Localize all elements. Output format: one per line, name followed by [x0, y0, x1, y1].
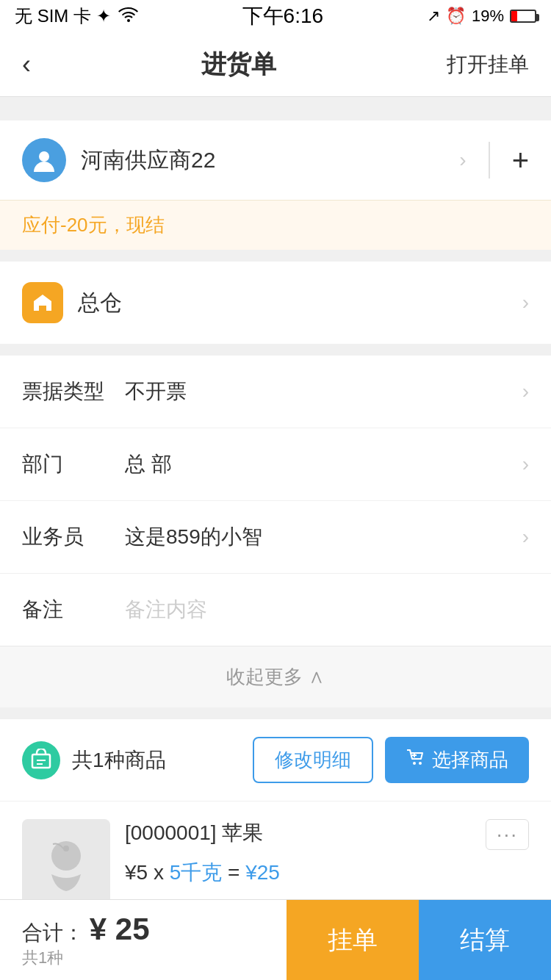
warehouse-row[interactable]: 总仓 ›: [0, 262, 551, 344]
signal-text: 无 SIM 卡 ✦: [15, 4, 111, 28]
supplier-section: 河南供应商22 › + 应付-20元，现结: [0, 120, 551, 250]
form-section: 票据类型 不开票 › 部门 总 部 › 业务员 这是859的小智 › 备注 备注…: [0, 356, 551, 646]
remark-label: 备注: [22, 596, 125, 624]
hang-button[interactable]: 挂单: [287, 900, 419, 980]
divider: [489, 142, 490, 179]
page-title: 进货单: [201, 48, 276, 82]
product-count-icon: [22, 741, 60, 779]
salesperson-value: 这是859的小智: [125, 523, 522, 551]
svg-point-5: [413, 762, 416, 765]
warehouse-section: 总仓 ›: [0, 262, 551, 344]
back-button[interactable]: ‹: [22, 49, 31, 80]
collapse-button[interactable]: 收起更多 ∧: [0, 646, 551, 707]
more-options-button[interactable]: ···: [486, 819, 529, 850]
wifi-icon: [118, 6, 139, 26]
product-actions: 修改明细 选择商品: [253, 737, 529, 783]
bottom-bar: 合计： ¥ 25 共1种 挂单 结算: [0, 899, 551, 980]
form-row-invoice-type[interactable]: 票据类型 不开票 ›: [0, 356, 551, 428]
total-count: 共1种: [22, 947, 264, 969]
edit-detail-button[interactable]: 修改明细: [253, 737, 373, 783]
status-left: 无 SIM 卡 ✦: [15, 4, 139, 28]
nav-bar: ‹ 进货单 打开挂单: [0, 32, 551, 97]
warehouse-name: 总仓: [78, 288, 522, 318]
status-bar: 无 SIM 卡 ✦ 下午6:16 ↗ ⏰ 19%: [0, 0, 551, 32]
status-right: ↗ ⏰ 19%: [427, 7, 536, 26]
product-info: [0000001] 苹果 ¥5 x 5千克 = ¥25: [125, 819, 486, 887]
salesperson-label: 业务员: [22, 523, 125, 551]
svg-point-10: [63, 846, 69, 851]
product-name: [0000001] 苹果: [125, 819, 486, 847]
invoice-type-label: 票据类型: [22, 378, 125, 406]
alarm-icon: ⏰: [446, 7, 466, 26]
warehouse-chevron-icon: ›: [522, 291, 529, 314]
form-row-department[interactable]: 部门 总 部 ›: [0, 428, 551, 501]
product-thumbnail: [22, 819, 110, 907]
department-chevron-icon: ›: [522, 453, 529, 476]
product-count-text: 共1种商品: [72, 746, 253, 774]
add-supplier-button[interactable]: +: [512, 144, 529, 177]
invoice-type-chevron-icon: ›: [522, 380, 529, 403]
product-section: 共1种商品 修改明细 选择商品 [0000001] 苹果 ¥: [0, 719, 551, 925]
svg-rect-1: [39, 306, 46, 311]
svg-point-0: [39, 151, 49, 162]
battery-icon: [510, 10, 536, 23]
warehouse-icon: [22, 282, 63, 323]
total-row: 合计： ¥ 25: [22, 912, 264, 947]
status-time: 下午6:16: [242, 2, 324, 30]
department-value: 总 部: [125, 450, 522, 478]
total-section: 合计： ¥ 25 共1种: [0, 900, 287, 980]
remark-input[interactable]: 备注内容: [125, 596, 529, 624]
svg-point-6: [419, 762, 422, 765]
supplier-name: 河南供应商22: [81, 145, 459, 176]
department-label: 部门: [22, 450, 125, 478]
product-header: 共1种商品 修改明细 选择商品: [0, 719, 551, 801]
settle-button[interactable]: 结算: [419, 900, 551, 980]
balance-hint: 应付-20元，现结: [0, 200, 551, 250]
supplier-row[interactable]: 河南供应商22 › +: [0, 120, 551, 200]
supplier-chevron-icon: ›: [459, 148, 466, 172]
cart-icon: [406, 749, 426, 771]
form-row-remark[interactable]: 备注 备注内容: [0, 574, 551, 646]
supplier-avatar: [22, 138, 66, 182]
open-pending-button[interactable]: 打开挂单: [447, 51, 529, 79]
supplier-actions: › +: [459, 142, 529, 179]
form-row-salesperson[interactable]: 业务员 这是859的小智 ›: [0, 501, 551, 574]
battery-percent: 19%: [472, 7, 504, 26]
location-icon: ↗: [427, 7, 440, 26]
salesperson-chevron-icon: ›: [522, 525, 529, 549]
invoice-type-value: 不开票: [125, 378, 522, 406]
product-price: ¥5 x 5千克 = ¥25: [125, 859, 486, 887]
total-label: 合计：: [22, 921, 84, 944]
separator-1: [0, 97, 551, 109]
product-more: ···: [486, 819, 529, 850]
select-product-button[interactable]: 选择商品: [385, 737, 529, 783]
total-amount: ¥ 25: [90, 912, 150, 946]
select-product-label: 选择商品: [432, 747, 508, 773]
